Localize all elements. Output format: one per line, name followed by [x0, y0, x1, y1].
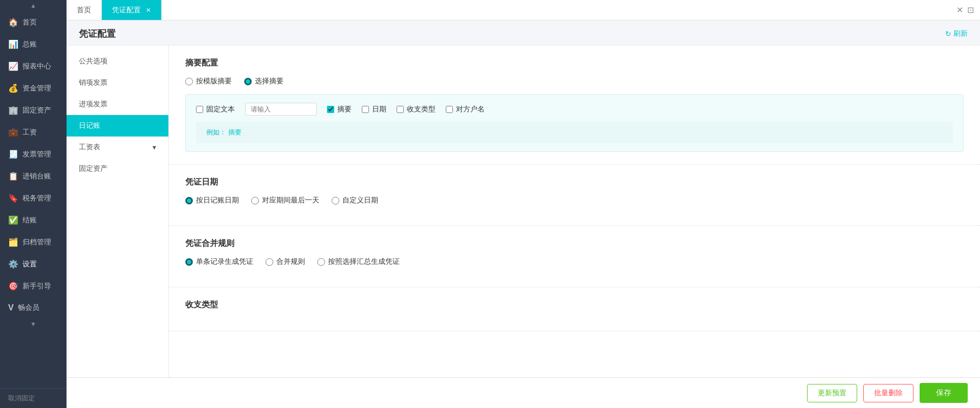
batch-delete-button[interactable]: 批量删除 [863, 384, 913, 402]
fixed-text-input[interactable] [245, 103, 317, 116]
checkbox-date-label: 日期 [372, 105, 386, 114]
sidebar-item-general-ledger[interactable]: 📊 总账 [0, 33, 67, 55]
radio-select-summary-merge-input[interactable] [317, 258, 325, 266]
voucher-date-section: 凭证日期 按日记账日期 对应期间最后一天 自定义日期 [169, 165, 980, 226]
radio-template-summary-input[interactable] [185, 78, 193, 85]
sidebar-scroll-up[interactable]: ▲ [0, 0, 67, 11]
left-nav-fixed-assets[interactable]: 固定资产 [67, 158, 168, 179]
radio-by-journal-date[interactable]: 按日记账日期 [185, 196, 239, 205]
checkbox-fixed-text-input[interactable] [196, 106, 203, 113]
update-preview-button[interactable]: 更新预置 [807, 384, 857, 402]
sidebar-item-invoice-management[interactable]: 🧾 发票管理 [0, 143, 67, 165]
sidebar-cancel-pin[interactable]: 取消固定 [0, 388, 67, 408]
purchase-icon: 📋 [8, 171, 18, 181]
sidebar-item-guide-label: 新手引导 [23, 282, 51, 291]
left-nav-purchase-invoice[interactable]: 进项发票 [67, 94, 168, 115]
checkbox-income-type-input[interactable] [397, 106, 404, 113]
window-resize-icon[interactable]: ⊡ [967, 5, 974, 15]
refresh-button[interactable]: ↻ 刷新 [945, 29, 968, 38]
radio-custom-date[interactable]: 自定义日期 [332, 196, 378, 205]
summary-checkbox-group: 固定文本 摘要 日期 [196, 103, 953, 116]
checkbox-date[interactable]: 日期 [362, 105, 386, 114]
checkbox-summary-input[interactable] [327, 106, 334, 113]
example-prefix: 例如： [206, 128, 226, 136]
radio-select-summary[interactable]: 选择摘要 [244, 77, 284, 86]
guide-icon: 🎯 [8, 281, 18, 291]
report-icon: 📈 [8, 61, 18, 71]
sidebar-item-purchase-sales[interactable]: 📋 进销台账 [0, 165, 67, 187]
left-nav-journal[interactable]: 日记账 [67, 115, 168, 137]
sidebar-item-fixed-assets-label: 固定资产 [23, 106, 51, 115]
checkbox-counterparty-input[interactable] [446, 106, 453, 113]
sidebar-item-home[interactable]: 🏠 首页 [0, 11, 67, 33]
invoice-icon: 🧾 [8, 149, 18, 159]
sidebar-item-guide[interactable]: 🎯 新手引导 [0, 275, 67, 297]
window-close-icon[interactable]: ✕ [956, 5, 963, 15]
radio-by-journal-date-label: 按日记账日期 [196, 196, 239, 205]
tab-bar-actions: ✕ ⊡ [956, 5, 980, 15]
sidebar-item-member[interactable]: V 畅会员 [0, 297, 67, 319]
left-nav-fixed-assets-label: 固定资产 [79, 164, 107, 173]
home-icon: 🏠 [8, 17, 18, 27]
sidebar-item-general-ledger-label: 总账 [23, 40, 37, 49]
sidebar-item-report-center[interactable]: 📈 报表中心 [0, 55, 67, 77]
assets-icon: 🏢 [8, 105, 18, 115]
left-nav-payroll-table-label: 工资表 [79, 143, 100, 152]
sidebar-item-archive-label: 归档管理 [23, 238, 51, 247]
page-body: 公共选项 销项发票 进项发票 日记账 工资表 ▾ 固定资产 [67, 46, 980, 377]
summary-config-title: 摘要配置 [185, 58, 964, 69]
sidebar-item-archive[interactable]: 🗂️ 归档管理 [0, 231, 67, 253]
radio-single-record-input[interactable] [185, 258, 193, 266]
radio-last-day-of-period[interactable]: 对应期间最后一天 [251, 196, 319, 205]
checkbox-income-type[interactable]: 收支类型 [397, 105, 435, 114]
save-button[interactable]: 保存 [920, 383, 968, 403]
radio-last-day-of-period-input[interactable] [251, 197, 259, 205]
checkbox-counterparty[interactable]: 对方户名 [446, 105, 485, 114]
checkbox-income-type-label: 收支类型 [407, 105, 435, 114]
member-icon: V [8, 303, 14, 312]
voucher-date-title: 凭证日期 [185, 177, 964, 188]
sidebar-item-payroll[interactable]: 💼 工资 [0, 121, 67, 143]
tab-voucher-config[interactable]: 凭证配置 ✕ [102, 0, 162, 20]
income-type-section: 收支类型 [169, 287, 980, 331]
radio-select-summary-merge[interactable]: 按照选择汇总生成凭证 [317, 257, 400, 266]
summary-config-section: 摘要配置 按模版摘要 选择摘要 [169, 46, 980, 165]
sidebar-scroll-down[interactable]: ▼ [0, 319, 67, 330]
sidebar-item-settlement[interactable]: ✅ 结账 [0, 209, 67, 231]
sidebar-item-fund-management-label: 资金管理 [23, 84, 51, 93]
radio-template-summary[interactable]: 按模版摘要 [185, 77, 232, 86]
radio-template-summary-label: 按模版摘要 [196, 77, 232, 86]
page-with-header: 凭证配置 ↻ 刷新 公共选项 销项发票 进项发票 日记账 [67, 20, 980, 408]
sidebar-item-settings[interactable]: ⚙️ 设置 [0, 253, 67, 275]
summary-hint-text: 例如： 摘要 [206, 128, 242, 136]
radio-merge-rule[interactable]: 合并规则 [266, 257, 305, 266]
left-nav-sales-invoice-label: 销项发票 [79, 78, 107, 87]
checkbox-summary[interactable]: 摘要 [327, 105, 352, 114]
radio-by-journal-date-input[interactable] [185, 197, 193, 205]
checkbox-date-input[interactable] [362, 106, 369, 113]
sidebar-item-settings-label: 设置 [23, 260, 37, 269]
tax-icon: 🔖 [8, 193, 18, 203]
chevron-down-icon: ▾ [153, 143, 156, 151]
checkbox-fixed-text[interactable]: 固定文本 [196, 105, 235, 114]
payroll-icon: 💼 [8, 127, 18, 137]
sidebar-item-home-label: 首页 [23, 18, 37, 27]
sidebar-item-tax-management[interactable]: 🔖 税务管理 [0, 187, 67, 209]
tab-close-icon[interactable]: ✕ [146, 7, 151, 14]
sidebar-item-fixed-assets[interactable]: 🏢 固定资产 [0, 99, 67, 121]
tab-home[interactable]: 首页 [67, 0, 102, 20]
left-nav-public-options[interactable]: 公共选项 [67, 51, 168, 72]
radio-select-summary-input[interactable] [244, 78, 252, 85]
radio-merge-rule-input[interactable] [266, 258, 273, 266]
radio-custom-date-input[interactable] [332, 197, 339, 205]
fund-icon: 💰 [8, 83, 18, 93]
sidebar-item-payroll-label: 工资 [23, 128, 37, 137]
summary-hint-box: 例如： 摘要 [196, 122, 953, 143]
radio-single-record[interactable]: 单条记录生成凭证 [185, 257, 253, 266]
sidebar-item-tax-management-label: 税务管理 [23, 194, 51, 203]
left-nav-sales-invoice[interactable]: 销项发票 [67, 72, 168, 94]
radio-single-record-label: 单条记录生成凭证 [196, 257, 253, 266]
sidebar-item-fund-management[interactable]: 💰 资金管理 [0, 77, 67, 99]
left-nav-public-options-label: 公共选项 [79, 57, 107, 66]
left-nav-payroll-table[interactable]: 工资表 ▾ [67, 137, 168, 158]
